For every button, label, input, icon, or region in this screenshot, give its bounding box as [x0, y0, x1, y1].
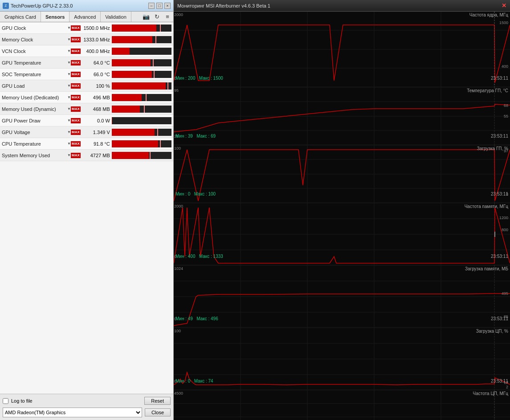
- sensor-row-gpu-power: GPU Power Draw ▼ MAX 0.0 W: [0, 115, 173, 126]
- sensor-row-gpu-load: GPU Load ▼ MAX 100 %: [0, 80, 173, 92]
- close-window-button[interactable]: ×: [164, 3, 171, 9]
- sensor-max-badge: MAX: [71, 37, 81, 42]
- y-label-4500: 4500: [174, 391, 183, 396]
- menu-icon[interactable]: ≡: [163, 13, 171, 21]
- sensor-row-mem-dynamic: Memory Used (Dynamic) ▼ MAX 468 MB: [0, 103, 173, 115]
- sensor-value-gpu-voltage: 1.349 V: [82, 130, 112, 135]
- gpuz-titlebar: Z TechPowerUp GPU-Z 2.33.0 – □ ×: [0, 0, 173, 12]
- sensor-bar-gpu-clock: [112, 24, 171, 32]
- chart-ts-mem-clock: 23:53:11: [491, 254, 508, 259]
- sensor-name-soc-temp[interactable]: SOC Temperature ▼: [2, 72, 71, 77]
- gpu-temp-svg: [174, 87, 510, 145]
- sensor-name-vcn-clock[interactable]: VCN Clock ▼: [2, 49, 71, 54]
- sensor-name-mem-dedicated[interactable]: Memory Used (Dedicated) ▼: [2, 95, 71, 100]
- sensor-value-gpu-temp: 64.0 °C: [82, 60, 112, 65]
- refresh-icon[interactable]: ↻: [153, 13, 161, 21]
- reset-button[interactable]: Reset: [144, 397, 171, 405]
- maximize-button[interactable]: □: [156, 3, 163, 9]
- sensor-max-badge: MAX: [71, 60, 81, 65]
- log-label: Log to file: [11, 398, 33, 404]
- sensor-value-gpu-clock: 1500.0 MHz: [82, 25, 112, 31]
- sensor-max-badge: MAX: [71, 118, 81, 123]
- tab-graphics-card[interactable]: Graphics Card: [0, 12, 41, 22]
- cursor-indicator: [494, 232, 500, 237]
- sensor-bar-vcn-clock: [112, 48, 171, 55]
- sensor-name-gpu-voltage[interactable]: GPU Voltage ▼: [2, 130, 71, 135]
- sensor-max-badge: MAX: [71, 83, 81, 89]
- chart-min-max-mem-used: Мин : 49 Макс : 496: [175, 316, 218, 321]
- gpuz-footer: Log to file Reset AMD Radeon(TM) Graphic…: [0, 394, 173, 420]
- sensor-max-badge: MAX: [71, 106, 81, 112]
- chart-title-cpu-clock: Частота ЦП, МГц: [473, 391, 508, 396]
- chart-cpu-clock: 4500 1400 1400 0 Мин : 1400 Макс : 4000 …: [174, 390, 510, 420]
- sensor-bar-memory-clock: [112, 36, 171, 43]
- sensor-name-gpu-load[interactable]: GPU Load ▼: [2, 83, 71, 89]
- y-label-2000: 2000: [174, 12, 183, 17]
- sensor-max-badge: MAX: [71, 141, 81, 147]
- y-label-95: 95: [174, 88, 179, 93]
- sensor-row-mem-dedicated: Memory Used (Dedicated) ▼ MAX 496 MB: [0, 92, 173, 103]
- chart-mem-used: 1024 495 85 0 Мин : 49 Макс : 496 23:53:…: [174, 265, 510, 328]
- camera-icon[interactable]: 📷: [142, 13, 150, 21]
- y-label-495: 495: [502, 291, 508, 296]
- tab-advanced[interactable]: Advanced: [69, 12, 101, 22]
- y-label-55: 55: [504, 114, 508, 118]
- app-icon: Z: [3, 3, 9, 9]
- afterburner-window: Мониторинг MSI Afterburner v4.6.3 Beta 1…: [174, 0, 510, 420]
- y-label-2-cpu: 2: [506, 385, 508, 389]
- y-label-1200: 1200: [499, 216, 508, 220]
- sensor-name-mem-dynamic[interactable]: Memory Used (Dynamic) ▼: [2, 106, 71, 112]
- svg-rect-67: [174, 390, 510, 420]
- chart-title-mem-clock: Частота памяти, МГц: [465, 204, 508, 209]
- afterburner-titlebar: Мониторинг MSI Afterburner v4.6.3 Beta 1…: [174, 0, 510, 12]
- tab-sensors[interactable]: Sensors: [41, 12, 69, 22]
- chart-min-max-mem-clock: Мин : 400 Макс : 1333: [175, 254, 223, 259]
- sensor-value-gpu-power: 0.0 W: [82, 118, 112, 123]
- sensor-max-badge: MAX: [71, 25, 81, 31]
- minimize-button[interactable]: –: [148, 3, 155, 9]
- close-button[interactable]: Close: [145, 408, 171, 416]
- sensor-value-gpu-load: 100 %: [82, 83, 112, 89]
- chart-ts-cpu-load: 23:53:11: [491, 379, 508, 383]
- chart-title-gpu-load: Загрузка ГП, %: [477, 146, 508, 151]
- sensor-value-memory-clock: 1333.0 MHz: [82, 37, 112, 42]
- sensor-max-badge: MAX: [71, 95, 81, 100]
- gpuz-window: Z TechPowerUp GPU-Z 2.33.0 – □ × Graphic…: [0, 0, 174, 420]
- chart-title-mem-used: Загрузка памяти, МБ: [465, 266, 508, 271]
- mem-clock-svg: [174, 203, 510, 265]
- chart-min-max-gpu-clock: Мин : 200 Макс : 1500: [175, 76, 223, 81]
- tab-validation[interactable]: Validation: [101, 12, 131, 22]
- sensor-value-mem-dynamic: 468 MB: [82, 106, 112, 112]
- afterburner-close-button[interactable]: ✕: [502, 2, 506, 9]
- chart-ts-gpu-load: 23:53:11: [491, 192, 508, 196]
- log-row: Log to file Reset: [3, 397, 171, 405]
- gpu-select-dropdown[interactable]: AMD Radeon(TM) Graphics: [3, 408, 142, 417]
- sensor-name-gpu-temp[interactable]: GPU Temperature ▼: [2, 60, 71, 65]
- chart-title-gpu-temp: Температура ГП, °C: [467, 88, 508, 93]
- sensor-bar-mem-dedicated: [112, 94, 171, 101]
- chart-mem-clock: 2000 1200 800 0 Мин : 400 Макс : 1333 23…: [174, 203, 510, 265]
- chart-title-gpu-clock: Частота ядра, МГц: [469, 12, 508, 17]
- sensor-max-badge: MAX: [71, 72, 81, 77]
- log-to-file-checkbox[interactable]: [3, 398, 8, 404]
- sensor-name-gpu-clock[interactable]: GPU Clock ▼: [2, 25, 71, 31]
- y-label-800: 800: [502, 228, 508, 232]
- afterburner-title: Мониторинг MSI Afterburner v4.6.3 Beta 1: [177, 3, 270, 8]
- sensor-bar-gpu-temp: [112, 59, 171, 66]
- sensor-row-sys-memory: System Memory Used ▼ MAX 4727 MB: [0, 150, 173, 161]
- sensor-name-sys-memory[interactable]: System Memory Used ▼: [2, 153, 71, 158]
- sensor-name-cpu-temp[interactable]: CPU Temperature ▼: [2, 141, 71, 147]
- gpuz-tab-bar: Graphics Card Sensors Advanced Validatio…: [0, 12, 173, 22]
- y-label-1024: 1024: [174, 266, 183, 271]
- chart-ts-gpu-clock: 23:53:11: [491, 76, 508, 81]
- chart-min-max-cpu-load: Мин : 0 Макс : 74: [175, 379, 213, 383]
- sensor-name-memory-clock[interactable]: Memory Clock ▼: [2, 37, 71, 42]
- sensor-name-gpu-power[interactable]: GPU Power Draw ▼: [2, 118, 71, 123]
- gpuz-toolbar: 📷 ↻ ≡: [140, 12, 173, 22]
- chart-ts-gpu-temp: 23:53:11: [491, 134, 508, 139]
- chart-gpu-load: 100 97 0 Мин : 0 Макс : 100 23:53:11 Заг…: [174, 145, 510, 203]
- chart-gpu-temp: 95 68 55 25 Мин : 39 Макс : 69 23:53:11 …: [174, 87, 510, 145]
- mem-used-svg: [174, 265, 510, 328]
- sensor-bar-cpu-temp: [112, 140, 171, 147]
- sensor-row-vcn-clock: VCN Clock ▼ MAX 400.0 MHz: [0, 45, 173, 57]
